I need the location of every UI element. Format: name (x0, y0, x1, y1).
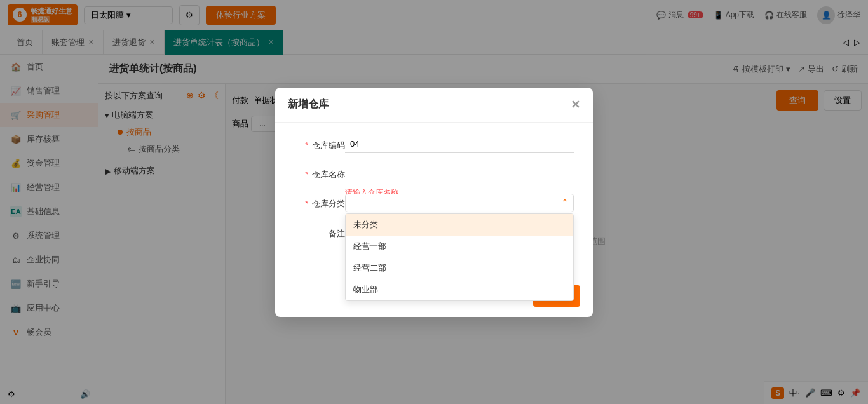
form-row-code: * 仓库编码 (294, 135, 574, 153)
dropdown-item-unclassified[interactable]: 未分类 (346, 214, 573, 236)
required-star-category: * (305, 199, 308, 208)
dropdown-item-dept3[interactable]: 物业部 (346, 279, 573, 300)
category-arrow-icon[interactable]: ⌃ (561, 198, 569, 208)
dropdown-item-dept3-label: 物业部 (353, 285, 378, 294)
dialog-title: 新增仓库 (288, 98, 329, 111)
warehouse-code-input[interactable] (345, 135, 574, 153)
warehouse-category-label: * 仓库分类 (294, 194, 345, 210)
dropdown-item-unclassified-label: 未分类 (353, 220, 378, 229)
form-row-category: * 仓库分类 ⌃ 未分类 经营一部 经营二部 (294, 194, 574, 212)
dialog-close-icon[interactable]: ✕ (571, 98, 580, 112)
warehouse-code-label: * 仓库编码 (294, 135, 345, 151)
required-star-name: * (305, 170, 308, 179)
required-star-code: * (305, 140, 308, 150)
warehouse-name-input[interactable] (345, 165, 574, 182)
category-dropdown: 未分类 经营一部 经营二部 物业部 (345, 213, 574, 301)
dialog-new-warehouse: 新增仓库 ✕ * 仓库编码 * 仓库名称 请输入仓库名称 (275, 88, 593, 317)
dialog-body: * 仓库编码 * 仓库名称 请输入仓库名称 * 仓库分类 (275, 123, 593, 278)
dropdown-item-dept2-label: 经营二部 (353, 263, 386, 273)
form-row-name: * 仓库名称 请输入仓库名称 (294, 165, 574, 182)
dialog-header: 新增仓库 ✕ (275, 88, 593, 123)
dropdown-item-dept2[interactable]: 经营二部 (346, 257, 573, 279)
category-input[interactable] (345, 194, 574, 212)
dropdown-item-dept1[interactable]: 经营一部 (346, 236, 573, 257)
remark-label: 备注 (294, 224, 345, 239)
modal-overlay: 新增仓库 ✕ * 仓库编码 * 仓库名称 请输入仓库名称 (0, 0, 868, 404)
dropdown-item-dept1-label: 经营一部 (353, 241, 386, 251)
warehouse-name-label: * 仓库名称 (294, 165, 345, 180)
category-select-wrapper: ⌃ (345, 194, 574, 212)
